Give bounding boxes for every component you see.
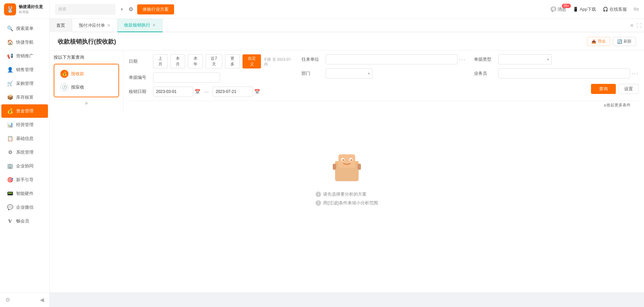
empty-tip-1: 1 请先选择要分析的方案 xyxy=(316,190,378,199)
wechat-icon: 💬 xyxy=(7,204,13,211)
doc-type-select[interactable] xyxy=(498,54,552,64)
sidebar-item-beginner[interactable]: 🎯 新手引导 xyxy=(1,173,48,187)
department-select[interactable] xyxy=(326,68,373,79)
sidebar-item-hardware[interactable]: 📟 智能硬件 xyxy=(1,187,48,200)
operation-icon: 📊 xyxy=(7,121,13,128)
department-label: 部门 xyxy=(302,70,322,76)
query-button[interactable]: 查询 xyxy=(591,84,616,94)
filter-department-row: 部门 ▾ xyxy=(302,68,466,79)
gear-icon[interactable]: ⚙ xyxy=(128,6,133,12)
dropdown-chevron-icon[interactable]: ▾ xyxy=(121,7,123,12)
tab-prepay[interactable]: 预付冲应付单 ✕ xyxy=(72,19,117,32)
sidebar-item-basic[interactable]: 📋 基础信息 xyxy=(1,132,48,145)
doc-number-input[interactable] xyxy=(153,72,220,83)
collapse-more-row[interactable]: ∧ 收起更多条件 xyxy=(129,101,639,109)
verify-date-start-input[interactable] xyxy=(153,87,193,97)
refresh-button[interactable]: 🔄 刷新 xyxy=(613,37,636,46)
collapse-sidebar-icon[interactable]: ◀ xyxy=(40,297,44,303)
salesperson-label: 业务员 xyxy=(474,70,494,76)
tab-receipt-verify[interactable]: 收款核销执行 ✕ xyxy=(117,19,163,32)
date-btn-this-year[interactable]: 本年 xyxy=(188,54,203,68)
counterpart-label: 往来单位 xyxy=(302,56,322,62)
empty-illustration xyxy=(327,144,367,185)
calendar-start-icon[interactable]: 📅 xyxy=(195,89,200,94)
sidebar-item-system[interactable]: ⚙ 系统管理 xyxy=(1,146,48,159)
collapse-filter-sidebar[interactable]: » xyxy=(54,97,119,106)
date-btn-this-month[interactable]: 本月 xyxy=(170,54,185,68)
content-inner: 收款核销执行(按收款) 📤 导出 🔄 刷新 xyxy=(50,32,644,292)
sidebar-item-search[interactable]: 🔍 搜索菜单 xyxy=(1,22,48,35)
sidebar-item-marketing[interactable]: 📢 营销推广 xyxy=(1,49,48,63)
system-icon: ⚙ xyxy=(7,149,13,156)
sidebar-label-member: 畅会员 xyxy=(16,218,29,224)
date-btn-more[interactable]: 更多 xyxy=(225,54,240,68)
empty-tip-2: 2 用[过滤]条件来缩小分析范围 xyxy=(316,199,378,207)
filter-area: 按以下方案查询 💰 按收款 🕐 按应收 » xyxy=(50,50,644,117)
settings-button[interactable]: 设置 xyxy=(619,84,639,94)
search-box[interactable]: 搜索 xyxy=(55,4,115,15)
user-info[interactable]: Rit xyxy=(634,7,639,12)
department-select-wrap: ▾ xyxy=(326,68,373,79)
filter-option-by-receivable[interactable]: 🕐 按应收 xyxy=(57,81,116,94)
date-btn-7days[interactable]: 近7天 xyxy=(206,54,222,68)
sidebar-item-purchase[interactable]: 🛒 采购管理 xyxy=(1,77,48,90)
sidebar-item-member[interactable]: V 畅会员 xyxy=(1,214,48,228)
hardware-icon: 📟 xyxy=(7,190,13,197)
sidebar-menu: 🔍 搜索菜单 🏠 快捷导航 📢 营销推广 👤 销售管理 🛒 采购管理 📦 库存核… xyxy=(0,19,49,292)
date-buttons-group: 上月 本月 本年 近7天 更多 自定义 不限 至 2023-07-26 xyxy=(153,54,293,68)
service-label: 在线客服 xyxy=(609,6,627,12)
sidebar-label-system: 系统管理 xyxy=(16,149,34,155)
sidebar-item-quick-nav[interactable]: 🏠 快捷导航 xyxy=(1,36,48,49)
tab-receipt-verify-close-icon[interactable]: ✕ xyxy=(152,23,156,28)
collapse-more-icon: ∧ xyxy=(603,103,606,108)
sidebar-item-sales[interactable]: 👤 销售管理 xyxy=(1,63,48,76)
verify-date-end-input[interactable] xyxy=(213,87,253,97)
close-tab-icon[interactable]: ✕ xyxy=(630,23,634,28)
page-header: 收款核销执行(按收款) 📤 导出 🔄 刷新 xyxy=(50,32,644,50)
tip-num-2: 2 xyxy=(316,200,321,206)
sidebar-item-wechat[interactable]: 💬 企业微信 xyxy=(1,201,48,214)
app-icon: 📱 xyxy=(573,7,578,12)
filter-panel-box: 💰 按收款 🕐 按应收 xyxy=(54,64,119,97)
svg-point-6 xyxy=(351,159,352,161)
sidebar-label-enterprise: 企业协同 xyxy=(16,163,34,169)
filter-salesperson-row: 业务员 ··· xyxy=(474,68,639,79)
date-btn-last-month[interactable]: 上月 xyxy=(153,54,168,68)
sidebar-footer: ⚙ ◀ xyxy=(0,292,49,307)
settings-icon[interactable]: ⚙ xyxy=(5,297,10,303)
message-badge[interactable]: 💬 消息 99+ xyxy=(551,6,566,12)
content-area: 收款核销执行(按收款) 📤 导出 🔄 刷新 xyxy=(50,32,644,307)
expand-tab-icon[interactable]: ⛶ xyxy=(637,23,641,28)
salesperson-more-icon[interactable]: ··· xyxy=(632,70,639,77)
empty-svg xyxy=(327,144,367,185)
online-service[interactable]: 🎧 在线客服 xyxy=(603,6,627,12)
date-btn-custom[interactable]: 自定义 xyxy=(243,54,261,68)
tab-home[interactable]: 首页 xyxy=(50,19,72,32)
svg-rect-8 xyxy=(358,164,361,170)
sidebar-item-inventory[interactable]: 📦 库存核算 xyxy=(1,91,48,104)
counterpart-input[interactable] xyxy=(326,54,458,64)
export-icon: 📤 xyxy=(591,39,596,44)
filter-verify-date-row: 核销日期 📅 — 📅 xyxy=(129,87,293,97)
collapse-more-label: 收起更多条件 xyxy=(606,102,631,108)
counterpart-more-icon[interactable]: ··· xyxy=(459,56,466,63)
filter-left-col: 日期 上月 本月 本年 近7天 更多 自定义 不限 至 2023-07-26 xyxy=(129,54,293,101)
filter-date-row: 日期 上月 本月 本年 近7天 更多 自定义 不限 至 2023-07-26 xyxy=(129,54,293,68)
page-title-row: 收款核销执行(按收款) 📤 导出 🔄 刷新 xyxy=(58,37,636,50)
sidebar-item-enterprise[interactable]: 🏢 企业协同 xyxy=(1,159,48,173)
salesperson-input[interactable] xyxy=(498,68,630,79)
tab-prepay-close-icon[interactable]: ✕ xyxy=(107,23,110,28)
sidebar-label-purchase: 采购管理 xyxy=(16,81,34,87)
calendar-end-icon[interactable]: 📅 xyxy=(254,89,260,94)
sidebar-item-finance[interactable]: 💰 资金管理 xyxy=(1,104,48,118)
collapse-icon: » xyxy=(85,100,88,106)
tabs-controls: ✕ ⛶ xyxy=(630,23,644,28)
app-download[interactable]: 📱 App下载 xyxy=(573,6,596,12)
filter-right-col-main: 单据类型 ▾ 业务员 xyxy=(474,54,639,94)
sidebar-label-quick-nav: 快捷导航 xyxy=(16,39,34,45)
filter-option-by-receipt[interactable]: 💰 按收款 xyxy=(57,67,116,81)
solution-button[interactable]: 体验行业方案 xyxy=(137,4,174,14)
sidebar-item-operation[interactable]: 📊 经营管理 xyxy=(1,118,48,132)
svg-rect-7 xyxy=(333,164,336,170)
export-button[interactable]: 📤 导出 xyxy=(587,37,610,46)
